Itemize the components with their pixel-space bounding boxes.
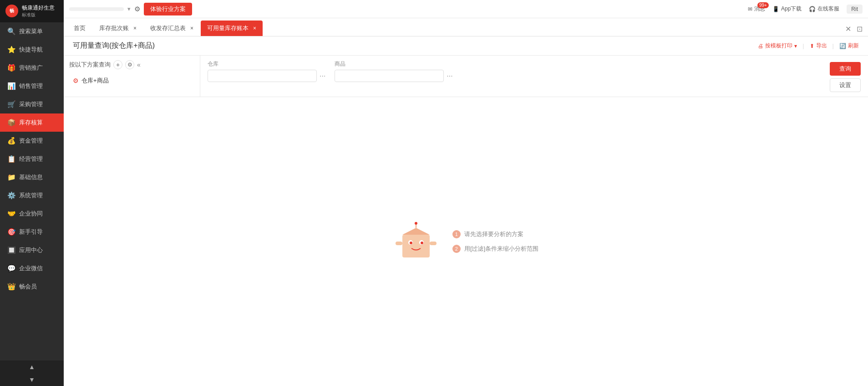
clipboard-icon: 📋	[7, 155, 15, 163]
tab-bar: 首页 库存批次账 × 收发存汇总表 × 可用量库存账本 × ✕ ⊡	[64, 18, 868, 36]
scheme-icon: ⚙	[73, 77, 79, 84]
warehouse-filter-group: 仓库 ···	[208, 60, 325, 82]
refresh-icon: 🔄	[839, 43, 846, 49]
close-tab-batch-account[interactable]: ×	[133, 26, 137, 31]
sidebar-item-enterprise-wechat[interactable]: 💬 企业微信	[0, 259, 64, 278]
add-scheme-button[interactable]: +	[113, 60, 122, 69]
svg-rect-8	[396, 242, 402, 245]
scheme-panel: 按以下方案查询 + ⚙ « ⚙ 仓库+商品	[64, 56, 200, 97]
app-title: 畅康通好生意 标准版	[22, 5, 55, 18]
product-label: 商品	[335, 60, 452, 68]
collapse-scheme-button[interactable]: «	[137, 61, 141, 68]
message-button[interactable]: ✉ 消息 99+	[748, 5, 765, 13]
sidebar-item-inventory[interactable]: 📦 库存核算	[0, 113, 64, 132]
sidebar-item-marketing[interactable]: 🎁 营销推广	[0, 59, 64, 77]
sidebar-nav: 🔍 搜索菜单 ⭐ 快捷导航 🎁 营销推广 📊 销售管理 🛒 采购管理 📦 库存核…	[0, 22, 64, 360]
wechat-icon: 💬	[7, 264, 15, 273]
sidebar-header: 畅 畅康通好生意 标准版	[0, 0, 64, 22]
export-icon: ⬆	[810, 43, 814, 49]
close-window-icon[interactable]: ✕	[843, 23, 853, 35]
scheme-label: 按以下方案查询	[69, 61, 111, 69]
refresh-button[interactable]: 🔄 刷新	[839, 42, 859, 50]
print-button[interactable]: 🖨 按模板打印 ▾	[758, 42, 797, 50]
warehouse-label: 仓库	[208, 60, 325, 68]
product-input[interactable]	[335, 70, 444, 82]
sidebar-item-quick-nav[interactable]: ⭐ 快捷导航	[0, 41, 64, 59]
sidebar-item-search[interactable]: 🔍 搜索菜单	[0, 22, 64, 41]
tab-available-inventory[interactable]: 可用量库存账本 ×	[201, 21, 263, 36]
svg-rect-9	[430, 242, 437, 245]
app-download-button[interactable]: 📱 App下载	[772, 5, 802, 13]
dropdown-arrow-icon[interactable]: ▾	[127, 5, 131, 12]
scheme-settings-button[interactable]: ⚙	[125, 60, 134, 69]
chart-icon: 📊	[7, 82, 15, 90]
filter-panel: 按以下方案查询 + ⚙ « ⚙ 仓库+商品 仓库 ···	[64, 56, 868, 97]
empty-step-1: 1 请先选择要分析的方案	[452, 230, 538, 238]
topbar: ▾ ⚙ 体验行业方案 ✉ 消息 99+ 📱 App下载 🎧 在线客服 Rit	[64, 0, 868, 18]
sidebar-item-basic-info[interactable]: 📁 基础信息	[0, 168, 64, 186]
scheme-warehouse-product[interactable]: ⚙ 仓库+商品	[69, 74, 194, 87]
product-filter-group: 商品 ···	[335, 60, 452, 82]
page-title: 可用量查询(按仓库+商品)	[73, 41, 155, 51]
empty-step-2: 2 用[过滤]条件来缩小分析范围	[452, 245, 538, 253]
page-actions: 🖨 按模板打印 ▾ | ⬆ 导出 | 🔄 刷新	[758, 42, 859, 50]
page-header: 可用量查询(按仓库+商品) 🖨 按模板打印 ▾ | ⬆ 导出 | 🔄 刷新	[64, 36, 868, 56]
svg-marker-1	[402, 228, 430, 235]
close-tab-receive-summary[interactable]: ×	[190, 26, 193, 31]
gift-icon: 🎁	[7, 64, 15, 72]
sidebar-item-finance[interactable]: 💰 资金管理	[0, 132, 64, 150]
main-area: ▾ ⚙ 体验行业方案 ✉ 消息 99+ 📱 App下载 🎧 在线客服 Rit	[64, 0, 868, 386]
sidebar-item-vip[interactable]: 👑 畅会员	[0, 278, 64, 296]
filter-inputs: 仓库 ··· 商品 ··· 查询 设置	[200, 56, 868, 97]
warehouse-more-button[interactable]: ···	[320, 72, 325, 80]
filter-settings-button[interactable]: 设置	[830, 78, 861, 92]
sidebar-item-new-guide[interactable]: 🎯 新手引导	[0, 223, 64, 241]
sidebar-item-enterprise-coop[interactable]: 🤝 企业协同	[0, 205, 64, 223]
apps-icon: 🔲	[7, 246, 15, 254]
maximize-window-icon[interactable]: ⊡	[855, 23, 864, 35]
tab-receive-summary[interactable]: 收发存汇总表 ×	[144, 21, 200, 36]
tab-batch-account[interactable]: 库存批次账 ×	[93, 21, 143, 36]
box-icon: 📦	[7, 118, 15, 127]
svg-point-5	[421, 242, 423, 244]
tabs-window-controls: ✕ ⊡	[843, 23, 864, 36]
close-tab-available-inventory[interactable]: ×	[253, 26, 256, 31]
svg-point-4	[410, 242, 412, 244]
cart-icon: 🛒	[7, 100, 15, 108]
topbar-search-display	[69, 7, 124, 11]
product-more-button[interactable]: ···	[447, 72, 452, 80]
target-icon: 🎯	[7, 228, 15, 236]
message-badge: 99+	[757, 2, 769, 8]
sidebar-item-operation[interactable]: 📋 经营管理	[0, 150, 64, 168]
query-button[interactable]: 查询	[830, 62, 861, 76]
phone-icon: 📱	[772, 6, 779, 12]
online-service-button[interactable]: 🎧 在线客服	[809, 5, 839, 13]
user-menu[interactable]: Rit	[847, 5, 863, 14]
empty-illustration	[393, 219, 439, 264]
print-icon: 🖨	[758, 43, 763, 49]
sidebar-item-purchase[interactable]: 🛒 采购管理	[0, 95, 64, 113]
warehouse-input[interactable]	[208, 70, 317, 82]
message-icon: ✉	[748, 6, 752, 12]
app-logo: 畅	[5, 5, 18, 17]
try-industry-button[interactable]: 体验行业方案	[144, 3, 192, 15]
filter-actions: 查询 设置	[830, 60, 861, 92]
scheme-header: 按以下方案查询 + ⚙ «	[69, 60, 194, 69]
sidebar-item-app-center[interactable]: 🔲 应用中心	[0, 241, 64, 259]
settings-icon[interactable]: ⚙	[134, 5, 140, 13]
money-icon: 💰	[7, 137, 15, 145]
export-button[interactable]: ⬆ 导出	[810, 42, 827, 50]
empty-state: 1 请先选择要分析的方案 2 用[过滤]条件来缩小分析范围	[64, 97, 868, 386]
sidebar-scroll-up[interactable]: ▲	[0, 360, 64, 373]
empty-text: 1 请先选择要分析的方案 2 用[过滤]条件来缩小分析范围	[452, 230, 538, 253]
sidebar: 畅 畅康通好生意 标准版 🔍 搜索菜单 ⭐ 快捷导航 🎁 营销推广 📊 销售管理…	[0, 0, 64, 386]
gear-icon: ⚙️	[7, 191, 15, 200]
sidebar-item-system[interactable]: ⚙️ 系统管理	[0, 186, 64, 205]
crown-icon: 👑	[7, 283, 15, 291]
sidebar-item-sales[interactable]: 📊 销售管理	[0, 77, 64, 95]
svg-point-7	[415, 222, 417, 225]
sidebar-scroll-down[interactable]: ▼	[0, 373, 64, 386]
tab-home[interactable]: 首页	[67, 21, 92, 36]
content-area: 可用量查询(按仓库+商品) 🖨 按模板打印 ▾ | ⬆ 导出 | 🔄 刷新	[64, 36, 868, 386]
svg-rect-0	[402, 235, 430, 257]
